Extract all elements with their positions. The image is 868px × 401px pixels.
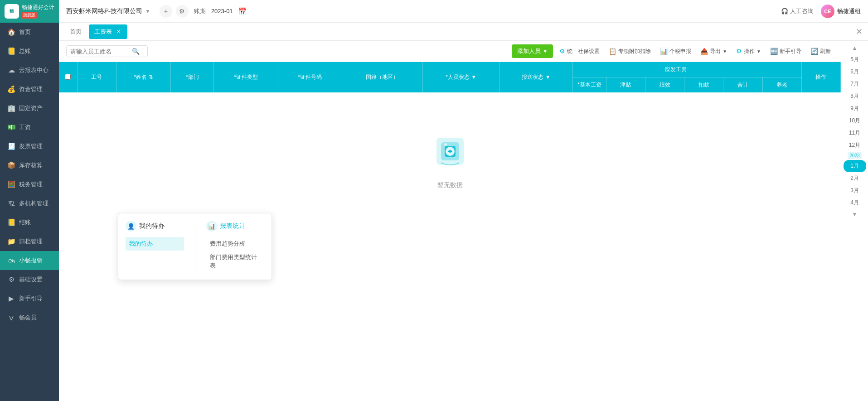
timeline-month-2[interactable]: 2月 — [844, 172, 866, 184]
dropdown-item-trend[interactable]: 费用趋势分析 — [206, 237, 265, 251]
social-security-button[interactable]: ⚙ 统一社保设置 — [557, 46, 602, 57]
dropdown-col-report: 📊 报表统计 费用趋势分析 部门费用类型统计表 — [206, 221, 265, 272]
todo-item-label: 我的待办 — [129, 240, 153, 247]
dropdown-item-todo[interactable]: 我的待办 — [126, 237, 184, 251]
service-button[interactable]: 🎧 人工咨询 — [781, 7, 814, 15]
trend-label: 费用趋势分析 — [210, 240, 245, 247]
guide-button[interactable]: 🆕 新手引导 — [767, 46, 804, 57]
logo-icon: 畅 — [5, 4, 19, 19]
refresh-icon: 🔄 — [810, 48, 818, 55]
chevron-down-icon: ▼ — [145, 8, 150, 14]
sidebar-item-close[interactable]: 📒 结账 — [0, 213, 59, 232]
timeline-month-6[interactable]: 6月 — [844, 66, 866, 78]
timeline-down-arrow[interactable]: ▼ — [849, 209, 860, 220]
sidebar-item-finance[interactable]: 💰 资金管理 — [0, 80, 59, 99]
cloud-icon: ☁ — [7, 66, 15, 74]
timeline-month-8[interactable]: 8月 — [844, 90, 866, 102]
app-logo: 畅 畅捷通好会计 旗舰版 — [0, 0, 59, 23]
sidebar-item-assets[interactable]: 🏢 固定资产 — [0, 99, 59, 118]
sidebar-item-inventory[interactable]: 📦 库存核算 — [0, 156, 59, 175]
timeline-month-3[interactable]: 3月 — [844, 184, 866, 197]
sidebar-item-settings[interactable]: ⚙ 基础设置 — [0, 270, 59, 289]
sidebar-item-archive[interactable]: 📁 归档管理 — [0, 232, 59, 251]
sidebar-label-cloud: 云报表中心 — [19, 66, 48, 74]
company-selector[interactable]: 西安虾米网络科技有限公司 ▼ — [66, 7, 150, 15]
tab-salary[interactable]: 工资表 ✕ — [89, 24, 127, 39]
col-report-status: 报送状态 ▼ — [499, 62, 572, 92]
export-arrow-icon: ▼ — [723, 49, 727, 54]
special-deduction-button[interactable]: 📋 专项附加扣除 — [606, 46, 654, 57]
operation-button[interactable]: ⚙ 操作 ▼ — [733, 46, 764, 57]
logo-text-block: 畅捷通好会计 旗舰版 — [22, 4, 54, 19]
header-right: 🎧 人工咨询 CE 畅捷通组 — [781, 5, 861, 18]
security-label: 统一社保设置 — [567, 48, 600, 55]
export-icon: 📤 — [700, 48, 708, 55]
sidebar-item-vip[interactable]: V 畅会员 — [0, 308, 59, 327]
search-input[interactable] — [70, 48, 129, 55]
salary-table: 工号 *姓名 ⇅ *部门 *证件类型 *证件号码 国籍（地区） *人员状态 ▼ … — [59, 62, 841, 92]
timeline-month-4[interactable]: 4月 — [844, 197, 866, 209]
tab-home[interactable]: 首页 — [64, 24, 87, 39]
ledger-icon: 📒 — [7, 47, 15, 55]
sidebar-label-close: 结账 — [19, 218, 31, 227]
search-icon: 🔍 — [132, 48, 140, 55]
sub-col-allowance: 津贴 — [606, 77, 645, 93]
calendar-icon[interactable]: 📅 — [238, 7, 247, 15]
sidebar-item-expense[interactable]: 🛍 小畅报销 — [0, 251, 59, 270]
export-button[interactable]: 📤 导出 ▼ — [698, 46, 730, 57]
invoice-icon: 🧾 — [7, 142, 15, 150]
timeline-month-1[interactable]: 1月 — [844, 160, 866, 172]
sidebar-item-tax[interactable]: 🧮 税务管理 — [0, 175, 59, 194]
sidebar-item-guide[interactable]: ▶ 新手引导 — [0, 289, 59, 308]
vip-icon: V — [7, 314, 15, 322]
settings-button[interactable]: ⚙ — [176, 5, 189, 18]
timeline-month-11[interactable]: 11月 — [844, 127, 866, 139]
timeline-panel: ▲ 5月 6月 7月 8月 9月 10月 11月 12月 2023 1月 2月 … — [841, 41, 868, 401]
timeline-month-9[interactable]: 9月 — [844, 102, 866, 115]
finance-icon: 💰 — [7, 85, 15, 93]
dropdown-item-dept-stats[interactable]: 部门费用类型统计表 — [206, 251, 265, 272]
refresh-label: 刷新 — [820, 48, 831, 55]
sidebar: 畅 畅捷通好会计 旗舰版 🏠 首页 📒 总账 ☁ 云报表中心 💰 资金管理 🏢 … — [0, 0, 59, 401]
tax-icon-btn: 📊 — [660, 48, 668, 55]
timeline-month-5[interactable]: 5月 — [844, 53, 866, 66]
tax-icon: 🧮 — [7, 180, 15, 188]
sub-col-total: 合计 — [723, 77, 762, 93]
period-label: 账期 — [194, 7, 206, 15]
sidebar-item-cloud[interactable]: ☁ 云报表中心 — [0, 61, 59, 80]
add-company-button[interactable]: ＋ — [160, 5, 172, 18]
security-icon: ⚙ — [559, 48, 565, 55]
sidebar-item-invoice[interactable]: 🧾 发票管理 — [0, 137, 59, 156]
svg-point-4 — [444, 143, 447, 146]
expense-dropdown-menu: 👤 我的待办 我的待办 📊 报表统计 费用趋势分析 — [118, 213, 272, 280]
sub-col-pension: 养老 — [762, 77, 801, 93]
headset-icon: 🎧 — [781, 8, 788, 14]
toolbar: 🔍 添加人员 ▼ ⚙ 统一社保设置 📋 专项附加扣除 — [59, 41, 841, 62]
sidebar-item-home[interactable]: 🏠 首页 — [0, 23, 59, 42]
tax-report-button[interactable]: 📊 个税申报 — [657, 46, 694, 57]
timeline-month-10[interactable]: 10月 — [844, 115, 866, 127]
timeline-month-7[interactable]: 7月 — [844, 78, 866, 90]
tab-close-icon[interactable]: ✕ — [115, 28, 122, 35]
col-salary-group: 应发工资 2023.01 — [573, 62, 802, 77]
add-person-button[interactable]: 添加人员 ▼ — [512, 44, 553, 58]
close-all-icon[interactable]: ✕ — [856, 27, 863, 36]
report-icon: 📊 — [206, 221, 217, 232]
sidebar-label-home: 首页 — [19, 28, 31, 36]
tab-salary-label: 工资表 — [94, 28, 112, 36]
timeline-month-12[interactable]: 12月 — [844, 139, 866, 151]
tab-close-all-button[interactable]: ✕ — [856, 27, 863, 37]
sidebar-item-multiorg[interactable]: 🏗 多机构管理 — [0, 194, 59, 213]
guide-label: 新手引导 — [780, 48, 801, 55]
refresh-button[interactable]: 🔄 刷新 — [808, 46, 834, 57]
deduction-label: 专项附加扣除 — [618, 48, 651, 55]
col-id-type: *证件类型 — [214, 62, 278, 92]
sidebar-item-salary[interactable]: 💵 工资 — [0, 118, 59, 137]
col-id-num: *证件号码 — [278, 62, 342, 92]
settings-icon: ⚙ — [7, 275, 15, 284]
user-info[interactable]: CE 畅捷通组 — [821, 5, 861, 18]
timeline-up-arrow[interactable]: ▲ — [849, 43, 860, 53]
user-name: 畅捷通组 — [837, 7, 861, 15]
sidebar-item-ledger[interactable]: 📒 总账 — [0, 42, 59, 61]
select-all-checkbox[interactable] — [65, 74, 71, 80]
